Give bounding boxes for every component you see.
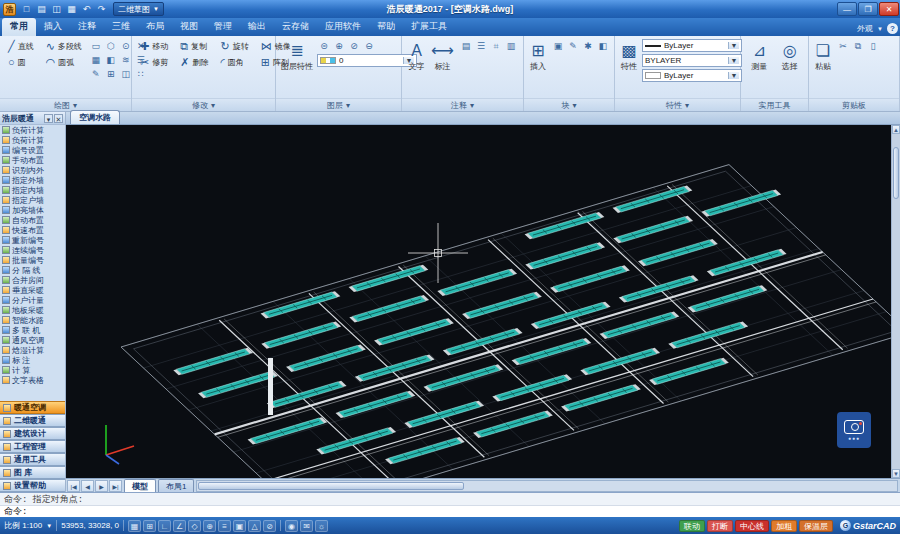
vertical-scroll-track[interactable] [892, 134, 900, 469]
osnap-icon[interactable]: ◇ [188, 520, 201, 532]
status-badge[interactable]: 联动 [679, 520, 705, 532]
model-icon[interactable]: ▣ [233, 520, 246, 532]
vertical-scroll-thumb[interactable] [893, 147, 899, 199]
palette-item[interactable]: 编号设置 [0, 145, 65, 155]
trim-button[interactable]: ✂修剪 [137, 55, 171, 70]
minimize-button[interactable]: — [837, 2, 857, 16]
palette-item[interactable]: 自动布置 [0, 215, 65, 225]
palette-item[interactable]: 识别内外 [0, 165, 65, 175]
palette-item[interactable]: 合并房间 [0, 275, 65, 285]
menu-tab[interactable]: 布局 [138, 18, 172, 36]
menu-tab[interactable]: 扩展工具 [403, 18, 455, 36]
tool-icon[interactable]: ▯ [866, 39, 880, 52]
open-icon[interactable]: ▤ [34, 2, 49, 16]
tool-icon[interactable]: ⊖ [362, 39, 376, 52]
appearance-menu[interactable]: 外观 [857, 23, 873, 34]
rotate-button[interactable]: ↻旋转 [217, 39, 251, 54]
palette-item[interactable]: 文字表格 [0, 375, 65, 385]
palette-item[interactable]: 智能水路 [0, 315, 65, 325]
scale-indicator[interactable]: 比例 1:100 [4, 520, 42, 531]
scroll-down-icon[interactable]: ▼ [892, 469, 900, 478]
copy-button[interactable]: ⧉复制 [177, 39, 211, 54]
move-button[interactable]: ✚移动 [137, 39, 171, 54]
tool-icon[interactable]: ≋ [119, 53, 133, 66]
palette-item[interactable]: 分户计量 [0, 295, 65, 305]
ribbon-panel-label[interactable]: 特性▾ [615, 98, 740, 111]
layout-nav-icon[interactable]: |◀ [67, 480, 80, 492]
close-icon[interactable]: ✕ [54, 114, 63, 123]
menu-tab[interactable]: 常用 [2, 18, 36, 36]
menu-tab[interactable]: 管理 [206, 18, 240, 36]
arc-button[interactable]: ◠圆弧 [43, 55, 85, 70]
menu-tab[interactable]: 注释 [70, 18, 104, 36]
save-icon[interactable]: ◫ [49, 2, 64, 16]
palette-item[interactable]: 连续编号 [0, 245, 65, 255]
erase-button[interactable]: ✗删除 [177, 55, 211, 70]
palette-section[interactable]: 设置帮助 [0, 479, 65, 492]
horizontal-scroll-thumb[interactable] [198, 482, 464, 490]
menu-tab[interactable]: 三维 [104, 18, 138, 36]
sun-icon[interactable]: ☼ [315, 520, 328, 532]
lineweight-icon[interactable]: ≡ [218, 520, 231, 532]
palette-item[interactable]: 标 注 [0, 355, 65, 365]
palette-item[interactable]: 负荷计算 [0, 125, 65, 135]
menu-tab[interactable]: 云存储 [274, 18, 317, 36]
maximize-button[interactable]: ❐ [858, 2, 878, 16]
measure-button[interactable]: ⊿测量 [746, 39, 772, 74]
palette-item[interactable]: 垂直采暖 [0, 285, 65, 295]
horizontal-scrollbar[interactable] [196, 480, 898, 492]
tool-icon[interactable]: ▣ [551, 39, 565, 52]
palette-item[interactable]: 快速布置 [0, 225, 65, 235]
status-badge[interactable]: 打断 [707, 520, 733, 532]
status-badge[interactable]: 保温层 [799, 520, 833, 532]
snap-icon[interactable]: ▦ [128, 520, 141, 532]
tool-icon[interactable]: ⊜ [317, 39, 331, 52]
palette-section[interactable]: 图 库 [0, 466, 65, 479]
palette-item[interactable]: 多 联 机 [0, 325, 65, 335]
scroll-up-icon[interactable]: ▲ [892, 125, 900, 134]
tool-icon[interactable]: ◧ [104, 53, 118, 66]
palette-item[interactable]: 负荷计算 [0, 135, 65, 145]
text-button[interactable]: A文字 [407, 39, 426, 74]
drawing-canvas[interactable]: ●●● [66, 125, 891, 478]
annotation-icon[interactable]: △ [248, 520, 261, 532]
layout-tab[interactable]: 模型 [124, 479, 156, 493]
palette-item[interactable]: 分 隔 线 [0, 265, 65, 275]
tool-icon[interactable]: ✎ [566, 39, 580, 52]
tool-icon[interactable]: ◫ [119, 67, 133, 80]
menu-tab[interactable]: 输出 [240, 18, 274, 36]
close-button[interactable]: ✕ [879, 2, 899, 16]
ribbon-panel-label[interactable]: 剪贴板 [809, 98, 899, 111]
tool-icon[interactable]: ✎ [89, 67, 103, 80]
menu-tab[interactable]: 视图 [172, 18, 206, 36]
palette-section[interactable]: 二维暖通 [0, 414, 65, 427]
redo-icon[interactable]: ↷ [94, 2, 109, 16]
pin-icon[interactable]: ▾ [44, 114, 53, 123]
paste-button[interactable]: ❏粘贴 [814, 39, 832, 74]
ribbon-panel-label[interactable]: 块▾ [524, 98, 614, 111]
layer-properties-button[interactable]: ≣图层特性 [281, 39, 313, 74]
message-icon[interactable]: ✉ [300, 520, 313, 532]
tool-icon[interactable]: ⊘ [347, 39, 361, 52]
fillet-button[interactable]: ◜圆角 [217, 55, 251, 70]
tool-icon[interactable]: ◧ [596, 39, 610, 52]
polyline-button[interactable]: ∿多段线 [43, 39, 85, 54]
tool-icon[interactable]: ▥ [504, 39, 518, 52]
properties-button[interactable]: ▩特性 [620, 39, 638, 74]
linetype-select[interactable]: BYLAYER▼ [642, 54, 742, 67]
insert-block-button[interactable]: ⊞插入 [529, 39, 547, 74]
lineweight-select[interactable]: ByLayer▼ [642, 39, 742, 52]
tool-icon[interactable]: ⊕ [332, 39, 346, 52]
menu-tab[interactable]: 插入 [36, 18, 70, 36]
tool-icon[interactable]: ✱ [581, 39, 595, 52]
tool-icon[interactable]: ▤ [459, 39, 473, 52]
line-button[interactable]: ╱直线 [5, 39, 37, 54]
palette-section[interactable]: 工程管理 [0, 440, 65, 453]
palette-item[interactable]: 加亮墙体 [0, 205, 65, 215]
tool-icon[interactable]: ⌗ [489, 39, 503, 52]
palette-section[interactable]: 建筑设计 [0, 427, 65, 440]
help-icon[interactable]: ? [887, 23, 898, 34]
quick-select-button[interactable]: ◎选择 [777, 39, 803, 74]
document-tab[interactable]: 空调水路 [70, 110, 120, 124]
workspace-dropdown[interactable]: 二维草图 ▼ [113, 2, 164, 16]
